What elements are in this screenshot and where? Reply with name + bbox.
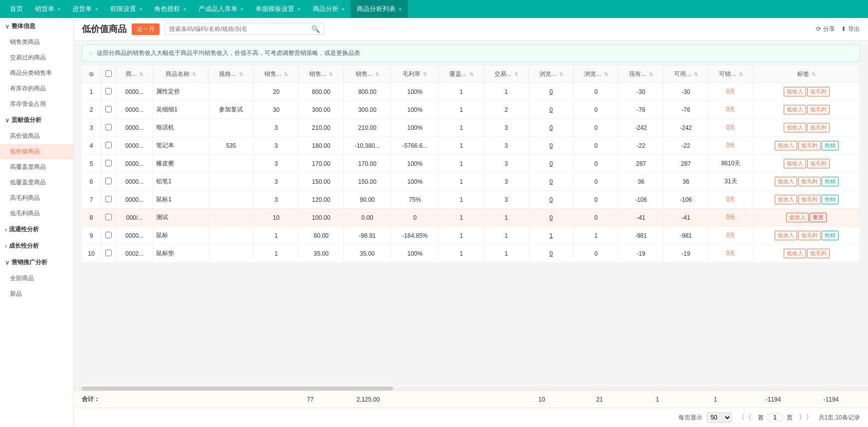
nav-product-inbound[interactable]: 产成品入库单 × <box>193 0 249 18</box>
view-count-link[interactable]: 0 <box>550 178 553 185</box>
share-button[interactable]: ⟳ 分享 <box>816 25 835 33</box>
row-checkbox[interactable] <box>105 214 112 220</box>
sidebar-item-new-products[interactable]: 新品 <box>0 286 73 302</box>
row-view1[interactable]: 0 <box>529 83 574 101</box>
view-count-link[interactable]: 0 <box>550 142 553 149</box>
row-view1[interactable]: 0 <box>529 191 574 209</box>
nav-template-settings[interactable]: 单据模板设置 × <box>249 0 306 18</box>
col-checkbox[interactable] <box>101 66 116 83</box>
row-checkbox[interactable] <box>105 160 112 166</box>
view-count-link[interactable]: 0 <box>550 160 553 167</box>
row-view1[interactable]: 0 <box>529 155 574 173</box>
sidebar-group-flow[interactable]: › 流通性分析 <box>0 221 73 238</box>
row-checkbox[interactable] <box>105 124 112 130</box>
col-sale-amount[interactable]: 销售... ⇅ <box>299 66 344 83</box>
view-count-link[interactable]: 0 <box>550 106 553 113</box>
row-view1[interactable]: 0 <box>529 209 574 227</box>
sidebar-item-low-coverage[interactable]: 低覆盖度商品 <box>0 175 73 190</box>
sidebar-item-inventory-capital[interactable]: 库存资金占用 <box>0 96 73 112</box>
horizontal-scrollbar[interactable] <box>74 387 868 391</box>
sidebar-item-low-margin[interactable]: 低毛利商品 <box>0 206 73 221</box>
sidebar-item-stocked-products[interactable]: 有库存的商品 <box>0 81 73 96</box>
col-name[interactable]: 商品名称 ⇅ <box>153 66 209 83</box>
col-tags[interactable]: 标签 ⇅ <box>753 66 860 83</box>
col-gross-margin[interactable]: 毛利率 ⇅ <box>391 66 439 83</box>
sidebar-item-high-coverage[interactable]: 高覆盖度商品 <box>0 159 73 175</box>
row-checkbox[interactable] <box>105 250 112 256</box>
row-view1[interactable]: 1 <box>529 227 574 245</box>
nav-permissions-close[interactable]: × <box>139 6 142 12</box>
row-view1[interactable]: 0 <box>529 119 574 137</box>
export-button[interactable]: ⬆ 导出 <box>841 25 860 33</box>
sidebar-group-overall[interactable]: ∨ 整体信息 <box>0 18 73 34</box>
nav-role-auth[interactable]: 角色授权 × <box>148 0 192 18</box>
sidebar-item-low-value[interactable]: 低价值商品 <box>0 144 73 159</box>
page-number-input[interactable] <box>768 414 783 422</box>
last-page-button[interactable]: 〉〉 <box>797 412 815 423</box>
row-checkbox-cell[interactable] <box>101 227 116 245</box>
nav-product-analysis[interactable]: 商品分析 × <box>307 0 351 18</box>
sidebar-item-high-margin[interactable]: 高毛利商品 <box>0 190 73 206</box>
nav-purchase-order-close[interactable]: × <box>95 6 98 12</box>
select-all-checkbox[interactable] <box>105 70 112 77</box>
filter-recent-month-button[interactable]: 近一月 <box>132 23 160 35</box>
nav-sales-order[interactable]: 销货单 × <box>29 0 66 18</box>
row-checkbox-cell[interactable] <box>101 101 116 119</box>
col-coverage[interactable]: 覆盖... ⇅ <box>439 66 484 83</box>
sidebar-item-category-sales-rate[interactable]: 商品分类销售率 <box>0 65 73 81</box>
row-checkbox[interactable] <box>105 196 112 202</box>
row-view1[interactable]: 0 <box>529 173 574 191</box>
nav-role-auth-close[interactable]: × <box>183 6 186 12</box>
row-checkbox[interactable] <box>105 178 112 184</box>
col-trade[interactable]: 交易... ⇅ <box>484 66 529 83</box>
view-count-link[interactable]: 0 <box>550 124 553 131</box>
col-sale-profit[interactable]: 销售... ⇅ <box>344 66 391 83</box>
row-view1[interactable]: 0 <box>529 245 574 263</box>
nav-template-settings-close[interactable]: × <box>297 6 300 12</box>
nav-product-analysis-close[interactable]: × <box>342 6 345 12</box>
scrollbar-thumb[interactable] <box>82 387 393 391</box>
col-sellable[interactable]: 可销... ⇅ <box>708 66 753 83</box>
row-checkbox[interactable] <box>105 232 112 238</box>
col-code[interactable]: 商... ⇅ <box>116 66 153 83</box>
col-view2[interactable]: 浏览... ⇅ <box>574 66 619 83</box>
row-checkbox-cell[interactable] <box>101 173 116 191</box>
col-sale-qty[interactable]: 销售... ⇅ <box>254 66 299 83</box>
nav-product-analysis-list-close[interactable]: × <box>399 6 402 12</box>
view-count-link[interactable]: 0 <box>550 88 553 95</box>
nav-product-inbound-close[interactable]: × <box>240 6 243 12</box>
col-current[interactable]: 现有... ⇅ <box>619 66 663 83</box>
row-checkbox[interactable] <box>105 88 112 94</box>
view-count-link[interactable]: 0 <box>550 214 553 221</box>
search-icon[interactable]: 🔍 <box>311 25 320 33</box>
sidebar-group-marketing[interactable]: ∨ 营销推广分析 <box>0 254 73 271</box>
view-count-link[interactable]: 0 <box>550 196 553 203</box>
sidebar-item-high-value[interactable]: 高价值商品 <box>0 128 73 144</box>
row-checkbox[interactable] <box>105 106 112 112</box>
row-checkbox-cell[interactable] <box>101 209 116 227</box>
row-checkbox[interactable] <box>105 142 112 148</box>
nav-product-analysis-list[interactable]: 商品分析列表 × <box>351 0 408 18</box>
search-input[interactable] <box>169 25 311 32</box>
view-count-link[interactable]: 0 <box>550 250 553 257</box>
sidebar-group-contribution[interactable]: ∨ 贡献值分析 <box>0 112 73 128</box>
row-checkbox-cell[interactable] <box>101 191 116 209</box>
nav-home[interactable]: 首页 <box>4 0 29 18</box>
view-count-link[interactable]: 1 <box>550 232 553 239</box>
row-checkbox-cell[interactable] <box>101 155 116 173</box>
row-checkbox-cell[interactable] <box>101 245 116 263</box>
col-view1[interactable]: 浏览... ⇅ <box>529 66 574 83</box>
row-checkbox-cell[interactable] <box>101 137 116 155</box>
sidebar-item-all-products[interactable]: 全部商品 <box>0 271 73 286</box>
sidebar-group-growth[interactable]: › 成长性分析 <box>0 238 73 254</box>
sidebar-item-traded-products[interactable]: 交易过的商品 <box>0 50 73 65</box>
nav-purchase-order[interactable]: 进货单 × <box>66 0 104 18</box>
row-checkbox-cell[interactable] <box>101 83 116 101</box>
page-size-select[interactable]: 50 100 200 <box>706 412 732 423</box>
col-spec[interactable]: 规格... ⇅ <box>209 66 254 83</box>
col-settings[interactable]: ⚙ <box>82 66 101 83</box>
sidebar-item-sales-products[interactable]: 销售类商品 <box>0 34 73 50</box>
row-view1[interactable]: 0 <box>529 101 574 119</box>
nav-permissions[interactable]: 权限设置 × <box>104 0 148 18</box>
nav-sales-order-close[interactable]: × <box>57 6 60 12</box>
